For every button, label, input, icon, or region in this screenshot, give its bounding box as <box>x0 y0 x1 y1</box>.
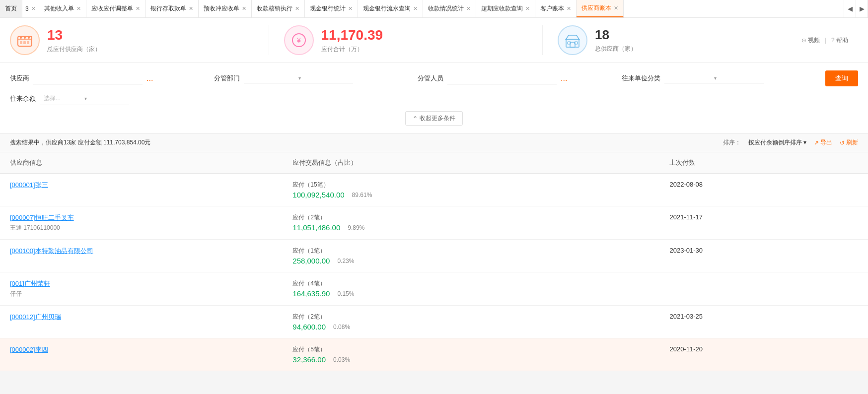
refresh-button[interactable]: ↺ 刷新 <box>840 138 858 147</box>
results-summary: 搜索结果中，供应商13家 应付金额 111,703,854.00元 <box>10 138 150 147</box>
supplier-link[interactable]: [000001]张三 <box>10 181 292 190</box>
nav-tab-overdue[interactable]: 超期应收款查询 ✕ <box>476 0 535 17</box>
help-icon: ? <box>831 37 835 44</box>
supplier-link[interactable]: [000002]李四 <box>10 345 292 354</box>
svg-rect-4 <box>20 41 22 44</box>
summary-card-2-label: 应付合计（万） <box>321 45 528 54</box>
nav-tab-receipt-stat-close[interactable]: ✕ <box>466 5 471 12</box>
transaction-label: 应付（2笔） <box>292 213 669 222</box>
transaction-amount[interactable]: 94,600.00 <box>292 323 326 331</box>
export-label: 导出 <box>820 138 832 147</box>
svg-rect-9 <box>566 39 579 47</box>
summary-card-2-info: 11,170.39 应付合计（万） <box>321 27 528 54</box>
table-section: 供应商信息 应付交易信息（占比） 上次付数 [000001]张三 应付（15笔）… <box>0 152 868 371</box>
summary-card-2-value: 11,170.39 <box>321 27 528 44</box>
video-link[interactable]: ⊙ 视频 <box>801 36 820 45</box>
nav-tab-ar-adjust[interactable]: 应收应付调整单 ✕ <box>86 0 145 17</box>
nav-tab-3-close[interactable]: ✕ <box>31 5 36 12</box>
nav-tab-3[interactable]: 3 ✕ <box>22 0 39 17</box>
export-button[interactable]: ↗ 导出 <box>814 138 832 147</box>
person-filter-dots[interactable]: ... <box>561 74 567 83</box>
nav-tab-bank[interactable]: 银行存取款单 ✕ <box>145 0 199 17</box>
category-filter-dropdown[interactable]: ▾ <box>664 73 764 83</box>
svg-point-1 <box>20 37 22 39</box>
supplier-filter-input[interactable] <box>33 73 143 84</box>
balance-filter-dropdown[interactable]: 选择... ▾ <box>40 92 129 105</box>
balance-filter-label: 往来余额 <box>10 94 36 103</box>
supplier-cell: [001]广州荣轩 仔仔 <box>10 279 292 298</box>
transaction-amount[interactable]: 164,635.90 <box>292 289 330 298</box>
nav-tab-supplier-ledger-close[interactable]: ✕ <box>614 5 618 11</box>
nav-tab-overdue-label: 超期应收款查询 <box>481 4 523 13</box>
video-icon: ⊙ <box>801 37 806 44</box>
nav-right-arrow[interactable]: ▶ <box>856 0 868 18</box>
transaction-amount[interactable]: 32,366.00 <box>292 355 326 364</box>
transaction-amount[interactable]: 100,092,540.00 <box>292 191 344 199</box>
last-pay-date: 2023-01-30 <box>669 247 703 254</box>
nav-tab-overdue-close[interactable]: ✕ <box>525 5 530 12</box>
filter-dept: 分管部门 ▾ <box>214 73 408 83</box>
nav-tab-prepay-close[interactable]: ✕ <box>242 5 246 12</box>
sort-label: 排序： <box>723 138 741 147</box>
collapse-button[interactable]: ⌃ 收起更多条件 <box>405 111 463 126</box>
transaction-label: 应付（2笔） <box>292 313 669 321</box>
nav-tab-home[interactable]: 首页 <box>0 0 22 17</box>
results-actions: 排序： 按应付余额倒序排序 ▾ ↗ 导出 ↺ 刷新 <box>723 138 858 147</box>
supplier-link[interactable]: [000007]恒旺二手叉车 <box>10 213 292 222</box>
table-row: [000001]张三 应付（15笔） 100,092,540.00 89.61%… <box>0 174 868 206</box>
col-header-lastpay: 上次付数 <box>669 158 858 167</box>
table-row: [000012]广州贝瑞 应付（2笔） 94,600.00 0.08% 2021… <box>0 306 868 338</box>
nav-tab-cash-flow[interactable]: 现金银行流水查询 ✕ <box>358 0 423 17</box>
nav-left-arrow[interactable]: ◀ <box>844 0 856 18</box>
nav-tab-bank-label: 银行存取款单 <box>150 4 186 13</box>
nav-tab-cash-bank-close[interactable]: ✕ <box>348 5 353 12</box>
video-label: 视频 <box>808 37 820 44</box>
help-label: 帮助 <box>836 37 848 44</box>
nav-tab-cash-flow-close[interactable]: ✕ <box>413 5 418 12</box>
person-filter-input[interactable] <box>447 73 557 84</box>
transaction-amount[interactable]: 11,051,486.00 <box>292 223 340 232</box>
supplier-link[interactable]: [000012]广州贝瑞 <box>10 313 292 322</box>
sort-value[interactable]: 按应付余额倒序排序 ▾ <box>748 138 806 147</box>
transaction-amount[interactable]: 258,000.00 <box>292 257 330 265</box>
help-area: ⊙ 视频 | ? 帮助 <box>801 36 859 45</box>
supplier-icon <box>10 25 40 55</box>
transaction-label: 应付（5笔） <box>292 345 669 354</box>
payable-icon: ¥ <box>284 25 314 55</box>
supplier-cell: [000007]恒旺二手叉车 王通 17106110000 <box>10 213 292 232</box>
transaction-amount-row: 258,000.00 0.23% <box>292 257 669 265</box>
table-row: [000007]恒旺二手叉车 王通 17106110000 应付（2笔） 11,… <box>0 206 868 240</box>
nav-tab-customer-ledger-close[interactable]: ✕ <box>567 5 571 12</box>
nav-tab-other-income[interactable]: 其他收入单 ✕ <box>39 0 86 17</box>
nav-tab-customer-ledger[interactable]: 客户账本 ✕ <box>535 0 577 17</box>
nav-tab-ar-adjust-close[interactable]: ✕ <box>136 5 140 12</box>
summary-card-3: 18 总供应商（家） <box>543 25 801 55</box>
summary-card-1-label: 总应付供应商（家） <box>47 45 254 54</box>
summary-card-3-value: 18 <box>595 27 801 43</box>
collapse-arrow-icon: ⌃ <box>413 115 418 122</box>
table-header: 供应商信息 应付交易信息（占比） 上次付数 <box>0 152 868 174</box>
summary-card-1: 13 总应付供应商（家） <box>10 25 269 55</box>
search-button[interactable]: 查询 <box>825 70 858 86</box>
nav-tab-supplier-ledger[interactable]: 供应商账本 ✕ <box>577 0 624 17</box>
nav-tab-3-label: 3 <box>25 5 29 12</box>
transaction-label: 应付（4笔） <box>292 279 669 288</box>
col-header-transaction: 应付交易信息（占比） <box>292 158 669 167</box>
supplier-filter-dots[interactable]: ... <box>146 74 153 83</box>
nav-tab-cash-bank[interactable]: 现金银行统计 ✕ <box>305 0 358 17</box>
nav-tab-prepay[interactable]: 预收冲应收单 ✕ <box>199 0 252 17</box>
transaction-amount-row: 94,600.00 0.08% <box>292 323 669 331</box>
svg-point-2 <box>24 37 26 39</box>
supplier-link[interactable]: [000100]本特勤油品有限公司 <box>10 247 292 256</box>
nav-tab-receipt-stat[interactable]: 收款情况统计 ✕ <box>423 0 476 17</box>
nav-tab-other-income-close[interactable]: ✕ <box>76 5 81 12</box>
dept-filter-dropdown[interactable]: ▾ <box>244 73 353 83</box>
lastpay-cell: 2023-01-30 <box>669 247 858 254</box>
supplier-link[interactable]: [001]广州荣轩 <box>10 279 292 288</box>
transaction-amount-row: 32,366.00 0.03% <box>292 355 669 364</box>
nav-tab-receipt[interactable]: 收款核销执行 ✕ <box>252 0 305 17</box>
nav-tab-receipt-close[interactable]: ✕ <box>295 5 299 12</box>
nav-tab-bank-close[interactable]: ✕ <box>189 5 193 12</box>
supplier-sub: 仔仔 <box>10 290 292 298</box>
help-link[interactable]: ? 帮助 <box>831 36 848 45</box>
